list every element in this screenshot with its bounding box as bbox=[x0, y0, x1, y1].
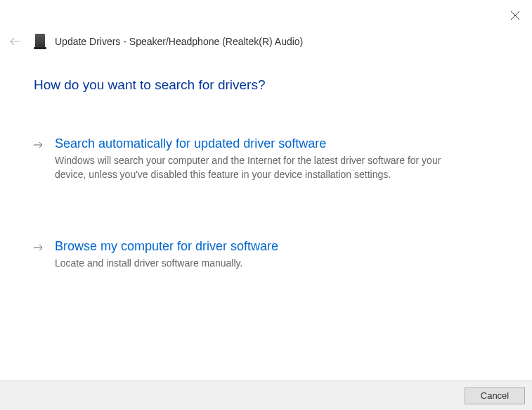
arrow-right-icon bbox=[34, 242, 44, 255]
option-title: Browse my computer for driver software bbox=[55, 239, 498, 254]
option-description: Windows will search your computer and th… bbox=[55, 154, 448, 181]
dialog-header: Update Drivers - Speaker/Headphone (Real… bbox=[8, 34, 303, 49]
dialog-content: How do you want to search for drivers? S… bbox=[34, 77, 498, 326]
dialog-title: Update Drivers - Speaker/Headphone (Real… bbox=[55, 36, 303, 47]
cancel-button[interactable]: Cancel bbox=[465, 387, 525, 404]
device-icon bbox=[35, 34, 45, 49]
option-description: Locate and install driver software manua… bbox=[55, 257, 448, 271]
back-arrow-icon bbox=[10, 37, 21, 46]
option-title: Search automatically for updated driver … bbox=[55, 136, 498, 151]
option-browse-computer[interactable]: Browse my computer for driver software L… bbox=[34, 236, 498, 274]
arrow-right-icon bbox=[34, 139, 44, 152]
option-content: Search automatically for updated driver … bbox=[55, 136, 498, 181]
close-icon bbox=[511, 11, 519, 20]
main-heading: How do you want to search for drivers? bbox=[34, 77, 498, 93]
back-button[interactable] bbox=[8, 34, 22, 49]
close-button[interactable] bbox=[508, 8, 522, 23]
option-search-automatically[interactable]: Search automatically for updated driver … bbox=[34, 134, 498, 184]
option-content: Browse my computer for driver software L… bbox=[55, 239, 498, 271]
dialog-footer: Cancel bbox=[0, 380, 532, 410]
